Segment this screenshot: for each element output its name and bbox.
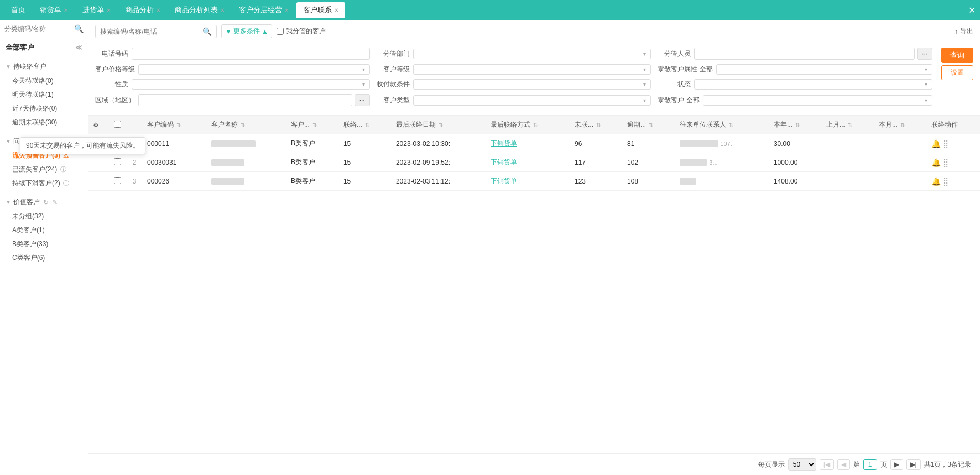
refresh-icon-value[interactable]: ↻ [43, 199, 49, 206]
row-num: 2 [126, 153, 143, 172]
row-actions[interactable]: 🔔 ⣿ [927, 172, 980, 191]
filter-payment-select[interactable]: ▾ [413, 79, 651, 90]
close-tab-product-analysis[interactable]: ✕ [156, 7, 160, 13]
col-this-month[interactable]: 本月... ⇅ [874, 116, 927, 134]
more-action-icon[interactable]: ⣿ [943, 158, 948, 167]
row-type: B类客户 [286, 134, 339, 153]
filter-customer-level-select[interactable]: ▾ [413, 64, 651, 75]
first-page-btn[interactable]: |◀ [820, 459, 834, 470]
sidebar-group-value[interactable]: ▼ 价值客户 ↻ ✎ [0, 195, 88, 210]
filter-price-level: 客户价格等级 ▾ [95, 64, 370, 75]
row-last-way[interactable]: 下销货单 [486, 153, 570, 172]
setting-button[interactable]: 设置 [941, 65, 973, 80]
close-tab-customer-tier[interactable]: ✕ [284, 7, 289, 13]
col-last-way[interactable]: 最后联络方式 ⇅ [486, 116, 570, 134]
sidebar-all-customers[interactable]: 全部客户 ≪ [0, 38, 88, 57]
filter-phone-input[interactable] [132, 48, 370, 60]
sidebar-item-week-contact[interactable]: 近7天待联络(0) [0, 102, 88, 116]
filter-region-ellipsis[interactable]: ··· [355, 94, 370, 106]
filter-manager-ellipsis[interactable]: ··· [917, 48, 932, 60]
my-customers-checkbox[interactable] [277, 28, 284, 35]
filter-status-select[interactable]: ▾ [694, 79, 932, 90]
more-action-icon[interactable]: ⣿ [943, 177, 948, 186]
col-last-month[interactable]: 上月... ⇅ [822, 116, 874, 134]
tab-product-list[interactable]: 商品分析列表 ✕ [168, 2, 231, 18]
tab-home[interactable]: 首页 [4, 2, 32, 18]
last-way-link[interactable]: 下销货单 [491, 158, 517, 166]
close-tab-customer-contact[interactable]: ✕ [334, 7, 338, 13]
info-icon-declining: ⓘ [63, 180, 69, 186]
row-actions[interactable]: 🔔 ⣿ [927, 153, 980, 172]
sidebar-group-pending[interactable]: ▼ 待联络客户 [0, 59, 88, 74]
col-actions: 联络动作 [927, 116, 980, 134]
filter-dept-select[interactable]: ▾ [413, 49, 651, 59]
sidebar-item-ungrouped[interactable]: 未分组(32) [0, 210, 88, 223]
sidebar-search-input[interactable] [4, 25, 72, 33]
row-checkbox-cell[interactable] [108, 172, 126, 191]
sidebar-item-class-c[interactable]: C类客户(6) [0, 251, 88, 265]
filter-customer-type-select[interactable]: ▾ [413, 95, 651, 106]
last-way-link[interactable]: 下销货单 [491, 139, 517, 147]
contact-action-icon[interactable]: 🔔 [931, 139, 941, 148]
query-button[interactable]: 查询 [941, 48, 973, 63]
col-num [126, 116, 143, 134]
sidebar-item-class-a[interactable]: A类客户(1) [0, 223, 88, 237]
sidebar-item-tomorrow-contact[interactable]: 明天待联络(1) [0, 88, 88, 102]
last-way-link[interactable]: 下销货单 [491, 177, 517, 185]
close-tab-sales[interactable]: ✕ [64, 7, 68, 13]
col-name[interactable]: 客户名称 ⇅ [207, 116, 286, 134]
close-tab-purchase[interactable]: ✕ [106, 7, 111, 13]
select-all-checkbox[interactable] [114, 121, 121, 128]
col-type[interactable]: 客户... ⇅ [286, 116, 339, 134]
prev-page-btn[interactable]: ◀ [837, 459, 850, 470]
filter-nature-select[interactable]: ▾ [132, 79, 370, 90]
tab-sales[interactable]: 销货单 ✕ [33, 2, 75, 18]
more-conditions-btn[interactable]: ▼ 更多条件 ▲ [221, 24, 272, 38]
col-this-year[interactable]: 本年... ⇅ [769, 116, 822, 134]
tab-purchase[interactable]: 进货单 ✕ [76, 2, 117, 18]
edit-icon-value[interactable]: ✎ [52, 199, 58, 206]
search-input[interactable] [100, 28, 200, 35]
filter-retail-customer-select[interactable]: ▾ [703, 95, 932, 106]
row-last-way[interactable]: 下销货单 [486, 134, 570, 153]
sidebar-item-today-contact[interactable]: 今天待联络(0) [0, 74, 88, 88]
sidebar-item-churned[interactable]: 已流失客户(24) ⓘ [0, 163, 88, 176]
row-checkbox-cell[interactable] [108, 153, 126, 172]
col-no-contact[interactable]: 未联... ⇅ [570, 116, 623, 134]
filter-manager-input[interactable] [694, 48, 915, 60]
col-contact[interactable]: 联络... ⇅ [339, 116, 392, 134]
more-action-icon[interactable]: ⣿ [943, 139, 948, 148]
contact-action-icon[interactable]: 🔔 [931, 177, 941, 186]
last-page-btn[interactable]: ▶| [906, 459, 921, 470]
next-page-btn[interactable]: ▶ [890, 459, 903, 470]
contact-action-icon[interactable]: 🔔 [931, 158, 941, 167]
sidebar-item-class-b[interactable]: B类客户(33) [0, 237, 88, 251]
close-tab-product-list[interactable]: ✕ [220, 7, 225, 13]
sidebar-item-declining[interactable]: 持续下滑客户(2) ⓘ [0, 176, 88, 190]
tab-product-analysis[interactable]: 商品分析 ✕ [118, 2, 167, 18]
search-icon[interactable]: 🔍 [202, 27, 212, 36]
filter-region-input[interactable] [138, 94, 352, 106]
tab-customer-tier[interactable]: 客户分层经营 ✕ [232, 2, 295, 18]
my-customers-filter[interactable]: 我分管的客户 [277, 27, 326, 36]
settings-icon[interactable]: ⚙ [93, 121, 99, 129]
col-last-date[interactable]: 最后联络日期 ⇅ [392, 116, 486, 134]
sidebar-collapse-icon[interactable]: ≪ [75, 44, 82, 51]
horizontal-scrollbar[interactable] [88, 447, 980, 453]
sidebar-item-overdue-contact[interactable]: 逾期未联络(30) [0, 116, 88, 129]
close-all-tabs[interactable]: ✕ [968, 5, 976, 15]
col-code[interactable]: 客户编码 ⇅ [143, 116, 207, 134]
filter-retail-attr-select[interactable]: ▾ [716, 64, 932, 75]
row-actions[interactable]: 🔔 ⣿ [927, 134, 980, 153]
row-last-way[interactable]: 下销货单 [486, 172, 570, 191]
export-btn[interactable]: ↑ 导出 [955, 27, 973, 36]
tab-customer-contact[interactable]: 客户联系 ✕ [296, 2, 345, 18]
per-page-select[interactable]: 50 100 200 [788, 458, 816, 471]
col-overdue[interactable]: 逾期... ⇅ [623, 116, 675, 134]
filter-price-level-select[interactable]: ▾ [138, 64, 370, 75]
sidebar-search-icon[interactable]: 🔍 [74, 24, 84, 33]
col-unit-contacts[interactable]: 往来单位联系人 ⇅ [675, 116, 769, 134]
row-checkbox[interactable] [114, 158, 121, 165]
row-checkbox[interactable] [114, 177, 121, 184]
col-settings[interactable]: ⚙ [88, 116, 108, 134]
